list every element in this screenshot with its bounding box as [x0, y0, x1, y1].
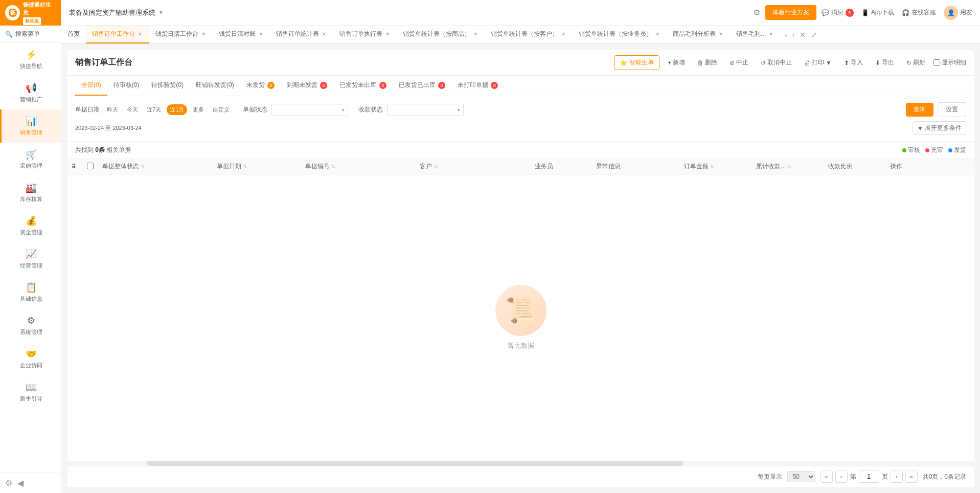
headset-icon: 🎧 [902, 9, 909, 16]
select-all-checkbox[interactable] [87, 163, 94, 169]
audit-action-btn[interactable]: 审核 [902, 146, 920, 154]
tab-sales-stats-close[interactable]: ✕ [321, 31, 327, 37]
cancel-pause-btn[interactable]: ↺ 取消中止 [757, 56, 796, 70]
revoke-action-btn[interactable]: 充审 [925, 146, 943, 154]
tab-sales-exec[interactable]: 销售订单执行表 ✕ [333, 26, 397, 43]
show-detail-input[interactable] [933, 59, 940, 66]
filter-tab-shipped-not-wh[interactable]: 已发货未出库 0 [333, 76, 392, 96]
col-customer-sort-icon[interactable]: ⇅ [434, 164, 438, 169]
query-btn[interactable]: 查询 [906, 103, 933, 117]
tab-close-all-btn[interactable]: ✕ [797, 30, 808, 40]
tab-sales-more-close[interactable]: ✕ [768, 31, 774, 37]
col-amount-sort-icon[interactable]: ⇅ [710, 164, 714, 169]
tab-sales-exec-close[interactable]: ✕ [384, 31, 391, 37]
date-yesterday-btn[interactable]: 昨天 [104, 104, 121, 115]
date-7days-btn[interactable]: 近7天 [144, 104, 164, 115]
sidebar-item-finance[interactable]: 💰 资金管理 [0, 209, 61, 242]
ship-action-btn[interactable]: 发货 [948, 146, 966, 154]
tab-sales-summary-customer[interactable]: 销货单统计表（按客户） ✕ [485, 26, 573, 43]
date-more-btn[interactable]: 更多 [190, 104, 207, 115]
trial-btn[interactable]: 体验行业方案 [765, 5, 816, 20]
show-detail-checkbox[interactable]: 显示明细 [933, 58, 966, 67]
tab-gross-profit-close[interactable]: ✕ [718, 31, 724, 37]
sidebar-item-quick-nav[interactable]: ⚡ 快捷导航 [0, 43, 61, 76]
scrollbar-thumb[interactable] [147, 461, 683, 466]
tab-cash-reconcile[interactable]: 钱货日清对账 ✕ [213, 26, 270, 43]
tab-sales-summary-staff[interactable]: 销货单统计表（按业务员） ✕ [573, 26, 667, 43]
search-menu[interactable]: 🔍 搜索菜单 [0, 26, 61, 43]
sidebar-item-guide[interactable]: 📖 新手引导 [0, 375, 61, 409]
filter-tabs: 全部(0) 待审核(0) 待拣验货(0) 旺铺待发货(0) 未发货 0 到期未发… [67, 76, 974, 96]
filter-tab-not-printed[interactable]: 未打印单据 0 [451, 76, 504, 96]
settings-icon[interactable]: ⚙ [5, 478, 12, 488]
export-icon: ⬇ [875, 59, 880, 66]
col-number-sort-icon[interactable]: ⇅ [331, 164, 335, 169]
import-btn[interactable]: ⬆ 导入 [840, 56, 867, 70]
collapse-icon[interactable]: ◀ [17, 478, 24, 488]
date-1month-btn[interactable]: 近1月 [167, 104, 187, 115]
filter-tab-all[interactable]: 全部(0) [75, 76, 107, 96]
tab-sales-summary-customer-close[interactable]: ✕ [560, 31, 566, 37]
filter-tab-overdue[interactable]: 到期未发货 0 [281, 76, 333, 96]
tab-cash-reconcile-close[interactable]: ✕ [258, 31, 264, 37]
sidebar-item-sales[interactable]: 📊 销售管理 [0, 109, 61, 143]
date-today-btn[interactable]: 今天 [124, 104, 141, 115]
delete-btn[interactable]: 🗑 删除 [693, 56, 721, 70]
col-status-sort-icon[interactable]: ⇅ [141, 164, 145, 169]
tab-prev-btn[interactable]: ‹ [783, 30, 789, 40]
filter-tab-shipped-wh[interactable]: 已发货已出库 0 [393, 76, 451, 96]
filter-tab-not-shipped-label: 未发货 [246, 81, 265, 88]
pause-btn[interactable]: ⊘ 中止 [725, 56, 753, 70]
tab-cash-daily[interactable]: 钱货日清工作台 ✕ [149, 26, 213, 43]
tab-gross-profit[interactable]: 商品毛利分析表 ✕ [667, 26, 730, 43]
tab-sales-order-close[interactable]: ✕ [137, 31, 143, 37]
page-size-select[interactable]: 50 10 20 100 [787, 471, 815, 482]
tab-cash-daily-close[interactable]: ✕ [200, 31, 207, 37]
payment-select[interactable] [387, 104, 464, 116]
tab-sales-order[interactable]: 销售订单工作台 ✕ [86, 26, 149, 43]
sidebar-item-enterprise[interactable]: 🤝 企业协同 [0, 342, 61, 375]
message-badge: 6 [846, 9, 854, 17]
sidebar-item-basic[interactable]: 📋 基础信息 [0, 276, 61, 309]
tab-sales-stats[interactable]: 销售订单统计表 ✕ [270, 26, 333, 43]
col-collected-sort-icon[interactable]: ⇅ [787, 164, 791, 169]
expand-conditions-btn[interactable]: ▼ 展开更多条件 [913, 121, 966, 135]
smart-order-btn[interactable]: ⭐ 智能生单 [614, 55, 659, 70]
tab-next-btn[interactable]: › [790, 30, 797, 40]
add-btn[interactable]: + 新增 [664, 56, 689, 70]
page-input[interactable] [859, 470, 879, 483]
app-download-btn[interactable]: 📱 App下载 [861, 8, 894, 17]
filter-tab-not-shipped[interactable]: 未发货 0 [240, 76, 281, 96]
sidebar-item-system[interactable]: ⚙ 系统管理 [0, 309, 61, 342]
date-custom-btn[interactable]: 自定义 [210, 104, 233, 115]
export-btn[interactable]: ⬇ 导出 [871, 56, 898, 70]
status-select[interactable] [271, 104, 348, 116]
tab-sales-summary-product[interactable]: 销货单统计表（按商品） ✕ [397, 26, 485, 43]
refresh-btn[interactable]: ↻ 刷新 [902, 56, 929, 70]
last-page-btn[interactable]: » [905, 470, 918, 483]
print-btn[interactable]: 🖨 打印 ▼ [800, 56, 836, 70]
tab-sales-summary-product-close[interactable]: ✕ [472, 31, 478, 37]
online-service-btn[interactable]: 🎧 在线客服 [902, 8, 936, 17]
sidebar-item-purchase[interactable]: 🛒 采购管理 [0, 143, 61, 176]
sidebar-item-marketing[interactable]: 📢 营销推广 [0, 76, 61, 109]
setting-btn[interactable]: 设置 [938, 102, 966, 117]
topbar-gear-icon[interactable]: ⚙ [753, 8, 760, 17]
prev-page-btn[interactable]: ‹ [835, 470, 848, 483]
tab-restore-btn[interactable]: ⤢ [809, 30, 819, 40]
tab-sales-more[interactable]: 销售毛利... ✕ [730, 26, 780, 43]
sidebar-item-label: 销售管理 [20, 129, 42, 137]
filter-tab-wangpu[interactable]: 旺铺待发货(0) [190, 76, 240, 96]
filter-tab-pending-audit[interactable]: 待审核(0) [107, 76, 146, 96]
col-date-sort-icon[interactable]: ⇅ [243, 164, 247, 169]
user-profile[interactable]: 👤 用友 [944, 6, 972, 20]
tab-sales-summary-staff-close[interactable]: ✕ [654, 31, 660, 37]
next-page-btn[interactable]: › [891, 470, 903, 483]
sidebar-item-operations[interactable]: 📈 经营管理 [0, 242, 61, 276]
messages-btn[interactable]: 💬 消息 6 [822, 8, 854, 17]
sidebar-item-inventory[interactable]: 🏭 库存核算 [0, 176, 61, 209]
first-page-btn[interactable]: « [821, 470, 833, 483]
col-amount-label: 订单金额 [684, 162, 709, 171]
tab-home[interactable]: 首页 [61, 26, 86, 43]
filter-tab-pending-check[interactable]: 待拣验货(0) [145, 76, 190, 96]
